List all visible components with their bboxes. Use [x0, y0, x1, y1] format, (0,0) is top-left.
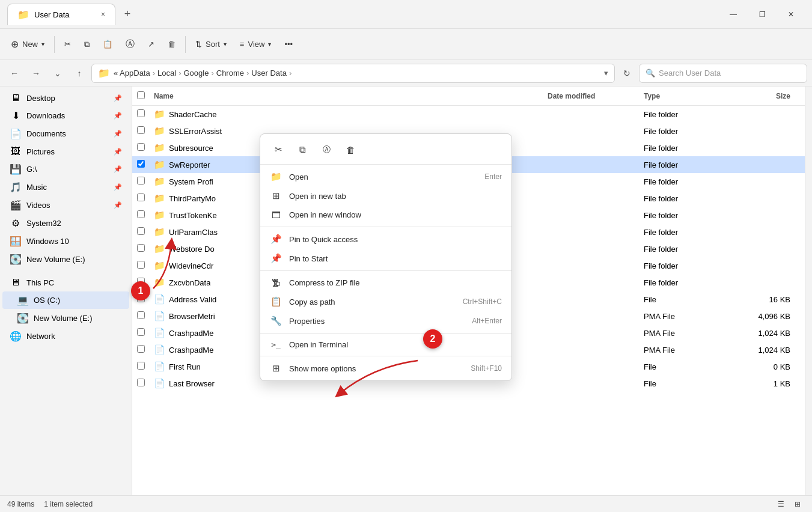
sort-button[interactable]: ⇅ Sort ▾: [189, 36, 233, 52]
ctx-properties-icon: 🔧: [270, 315, 282, 326]
new-tab-button[interactable]: +: [118, 5, 137, 24]
ctx-separator-2: [260, 270, 511, 271]
sidebar-item-downloads[interactable]: ⬇ Downloads 📌: [2, 107, 129, 124]
address-chevron-icon[interactable]: ▾: [604, 69, 608, 78]
sidebar-item-videos[interactable]: 🎬 Videos 📌: [2, 197, 129, 214]
row-checkbox[interactable]: [137, 177, 145, 184]
pictures-icon: 🖼: [10, 146, 22, 157]
share-icon: ↗: [148, 40, 154, 49]
share-button[interactable]: ↗: [142, 36, 160, 52]
row-checkbox[interactable]: [137, 244, 145, 252]
ctx-copy-button[interactable]: ⧉: [292, 140, 313, 159]
minimize-button[interactable]: —: [719, 5, 747, 24]
ctx-open-new-window-item[interactable]: 🗖 Open in new window: [260, 206, 511, 224]
refresh-button[interactable]: ↻: [617, 64, 636, 83]
file-row[interactable]: 📁ShaderCache File folder: [132, 106, 805, 123]
ctx-show-more-item[interactable]: ⊞ Show more options Shift+F10: [260, 359, 511, 378]
header-name[interactable]: Name: [154, 92, 548, 100]
row-checkbox[interactable]: [137, 311, 145, 319]
sidebar-item-music[interactable]: 🎵 Music 📌: [2, 178, 129, 196]
row-checkbox[interactable]: [137, 210, 145, 218]
row-checkbox[interactable]: [137, 143, 145, 151]
paste-button[interactable]: 📋: [97, 36, 118, 52]
toolbar-separator-2: [185, 36, 186, 53]
row-checkbox-checked[interactable]: [137, 160, 145, 168]
more-button[interactable]: •••: [278, 36, 299, 52]
row-checkbox[interactable]: [137, 362, 145, 370]
ctx-properties-item[interactable]: 🔧 Properties Alt+Enter: [260, 311, 511, 331]
sidebar-item-system32[interactable]: ⚙ System32: [2, 215, 129, 232]
pin-icon-2: 📌: [114, 112, 122, 120]
header-type[interactable]: Type: [644, 92, 740, 100]
back-button[interactable]: ←: [5, 64, 24, 83]
tab-close-button[interactable]: ×: [101, 10, 105, 19]
row-checkbox[interactable]: [137, 261, 145, 269]
close-button[interactable]: ✕: [777, 5, 805, 24]
row-checkbox[interactable]: [137, 328, 145, 336]
sidebar-item-os-c[interactable]: 💻 OS (C:): [2, 291, 129, 309]
sidebar-item-pictures[interactable]: 🖼 Pictures 📌: [2, 143, 129, 160]
address-bar[interactable]: 📁 « AppData › Local › Google › Chrome › …: [91, 64, 615, 83]
row-checkbox[interactable]: [137, 379, 145, 386]
tab-user-data[interactable]: 📁 User Data ×: [7, 4, 115, 25]
ctx-pin-access-item[interactable]: 📌 Pin to Quick access: [260, 230, 511, 249]
sidebar-item-this-pc[interactable]: 🖥 This PC: [2, 274, 129, 291]
row-checkbox[interactable]: [137, 126, 145, 134]
new-button[interactable]: ⊕ New ▾: [5, 35, 50, 53]
rename-button[interactable]: Ⓐ: [120, 35, 141, 53]
row-checkbox[interactable]: [137, 109, 145, 117]
pin-icon-3: 📌: [114, 130, 122, 138]
sidebar-item-g-drive[interactable]: 💾 G:\ 📌: [2, 160, 129, 178]
ctx-delete-button[interactable]: 🗑: [340, 140, 361, 159]
ctx-pin-start-label: Pin to Start: [289, 254, 502, 263]
folder-icon: 📁: [154, 210, 165, 221]
sidebar-item-desktop[interactable]: 🖥 Desktop 📌: [2, 90, 129, 106]
delete-icon: 🗑: [168, 40, 176, 49]
pin-icon-6: 📌: [114, 183, 122, 191]
scrollbar-area: [805, 87, 812, 495]
header-modified[interactable]: Date modified: [548, 92, 644, 100]
row-checkbox[interactable]: [137, 194, 145, 201]
ctx-open-terminal-item[interactable]: >_ Open in Terminal: [260, 336, 511, 353]
delete-button[interactable]: 🗑: [162, 36, 182, 52]
ctx-copy-path-shortcut: Ctrl+Shift+C: [463, 297, 502, 306]
ctx-open-item[interactable]: 📁 Open Enter: [260, 167, 511, 186]
bc-userdata[interactable]: User Data: [251, 69, 287, 78]
drive-e2-icon: 💽: [17, 312, 29, 324]
sidebar-item-documents[interactable]: 📄 Documents 📌: [2, 125, 129, 142]
view-button[interactable]: ≡ View ▾: [234, 36, 278, 52]
bc-appdata[interactable]: « AppData: [114, 69, 150, 78]
row-checkbox[interactable]: [137, 227, 145, 235]
ctx-copy-path-item[interactable]: 📋 Copy as path Ctrl+Shift+C: [260, 292, 511, 311]
bc-sep-5: ›: [289, 69, 292, 78]
sidebar-item-windows10[interactable]: 🪟 Windows 10: [2, 233, 129, 250]
file-icon: 📄: [154, 378, 165, 389]
select-all-checkbox[interactable]: [137, 91, 145, 99]
ctx-compress-item[interactable]: 🗜 Compress to ZIP file: [260, 273, 511, 292]
header-size[interactable]: Size: [740, 92, 800, 100]
up-button[interactable]: ↑: [70, 64, 89, 83]
folder-icon: 📁: [154, 126, 165, 136]
cut-button[interactable]: ✂: [58, 36, 77, 52]
grid-view-button[interactable]: ⊞: [790, 498, 805, 511]
ctx-cut-button[interactable]: ✂: [267, 140, 289, 159]
sidebar-item-new-volume[interactable]: 💽 New Volume (E:): [2, 251, 129, 268]
ctx-open-new-tab-item[interactable]: ⊞ Open in new tab: [260, 186, 511, 206]
sidebar-item-new-volume-e[interactable]: 💽 New Volume (E:): [2, 309, 129, 327]
maximize-button[interactable]: ❐: [748, 5, 776, 24]
list-view-button[interactable]: ☰: [774, 498, 788, 511]
bc-google[interactable]: Google: [183, 69, 209, 78]
folder-tab-icon: 📁: [17, 9, 29, 20]
ctx-rename-button[interactable]: Ⓐ: [316, 140, 337, 159]
ctx-pin-start-item[interactable]: 📌 Pin to Start: [260, 249, 511, 268]
recent-button[interactable]: ⌄: [48, 64, 67, 83]
bc-chrome[interactable]: Chrome: [216, 69, 244, 78]
search-box[interactable]: 🔍 Search User Data: [639, 64, 807, 83]
sidebar-item-network[interactable]: 🌐 Network: [2, 328, 129, 345]
header-check[interactable]: [137, 91, 154, 101]
copy-button[interactable]: ⧉: [78, 36, 96, 53]
bc-local[interactable]: Local: [157, 69, 176, 78]
title-bar: 📁 User Data × + — ❐ ✕: [0, 0, 812, 29]
forward-button[interactable]: →: [26, 64, 46, 83]
row-checkbox[interactable]: [137, 345, 145, 353]
